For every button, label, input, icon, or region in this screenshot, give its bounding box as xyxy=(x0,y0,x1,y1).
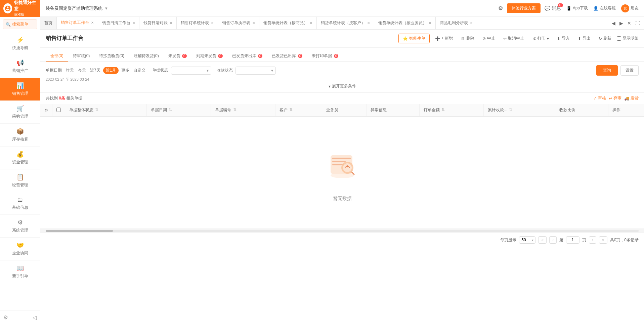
table-action-btns: ✓ 审核 ↩ 弃审 🚚 发货 xyxy=(593,95,639,101)
sub-tab-shipped-not-in[interactable]: 已发货未出库 0 xyxy=(227,51,267,62)
date-btn-more[interactable]: 更多 xyxy=(120,67,131,74)
tab-sales-stats[interactable]: 销售订单统计表 ✕ xyxy=(177,17,218,30)
show-detail-checkbox[interactable]: 显示明细 xyxy=(617,36,639,41)
show-detail-input[interactable] xyxy=(617,36,621,41)
sub-tab-wangpu[interactable]: 旺铺待发货(0) xyxy=(129,51,164,62)
th-status-sort[interactable]: ⇅ xyxy=(95,108,98,112)
tab-cash-reconcile-close[interactable]: ✕ xyxy=(170,21,172,25)
notification-button[interactable]: 💬 6 消息 xyxy=(545,5,561,11)
tabs-fullscreen[interactable]: ⛶ xyxy=(634,20,641,27)
prev-page-button[interactable]: ‹ xyxy=(549,236,557,244)
date-btn-today[interactable]: 今天 xyxy=(77,67,87,74)
sub-tab-not-shipped[interactable]: 未发货 0 xyxy=(164,51,191,62)
batch-ship-button[interactable]: 🚚 发货 xyxy=(624,95,639,101)
tab-cash-daily[interactable]: 钱货日清工作台 ✕ xyxy=(98,17,139,30)
batch-review-button[interactable]: ✓ 审核 xyxy=(593,95,606,101)
tab-sales-stats-employee[interactable]: 销货单统计表（按业务员） ✕ xyxy=(374,17,436,30)
sub-tab-not-printed[interactable]: 未打印单据 0 xyxy=(307,51,343,62)
set-button[interactable]: 设置 xyxy=(620,65,639,76)
date-btn-yesterday[interactable]: 昨天 xyxy=(65,67,75,74)
tab-product-margin-close[interactable]: ✕ xyxy=(470,21,473,25)
sidebar-item-finance[interactable]: 💰 资金管理 xyxy=(0,147,40,169)
sub-tab-expired-not-shipped[interactable]: 到期未发货 0 xyxy=(191,51,227,62)
tab-sales-stats-customer-close[interactable]: ✕ xyxy=(367,21,370,25)
th-amount-sort[interactable]: ⇅ xyxy=(441,108,445,112)
app-download-button[interactable]: 📱 App下载 xyxy=(566,5,588,11)
tabs-close-current[interactable]: ✕ xyxy=(626,20,633,27)
refresh-button[interactable]: ↻ 刷新 xyxy=(596,34,614,43)
sidebar-item-system[interactable]: ⚙ 系统管理 xyxy=(0,215,40,238)
sidebar-item-enterprise[interactable]: 🤝 企业协同 xyxy=(0,238,40,260)
th-customer-sort[interactable]: ⇅ xyxy=(289,108,293,112)
tab-sales-stats-close[interactable]: ✕ xyxy=(211,21,214,25)
date-btn-custom[interactable]: 自定义 xyxy=(132,67,147,74)
sidebar-item-basic-info[interactable]: 🗂 基础信息 xyxy=(0,192,40,215)
delete-button[interactable]: 🗑 删除 xyxy=(458,34,477,43)
filter-status-select[interactable] xyxy=(171,67,211,75)
sidebar-item-sales[interactable]: 📊 销售管理 xyxy=(0,78,40,101)
tab-sales-stats-product-close[interactable]: ✕ xyxy=(310,21,312,25)
logo-icon xyxy=(3,3,12,13)
page-actions: ⭐ 智能生单 ➕ + 新增 🗑 删除 ⊘ 中止 xyxy=(398,34,639,43)
settings-bottom-button[interactable]: ⚙ xyxy=(3,314,8,321)
tab-sales-order[interactable]: 销售订单工作台 ✕ xyxy=(57,17,98,30)
date-btn-1month[interactable]: 近1月 xyxy=(103,67,119,74)
collapse-sidebar-button[interactable]: ◁ xyxy=(33,314,37,321)
select-all-checkbox[interactable] xyxy=(56,108,61,112)
sidebar-item-operations[interactable]: 📋 经营管理 xyxy=(0,169,40,192)
tab-sales-exec[interactable]: 销售订单执行表 ✕ xyxy=(218,17,259,30)
scrollbar-thumb[interactable] xyxy=(46,230,113,232)
tab-sales-exec-close[interactable]: ✕ xyxy=(252,21,255,25)
tab-sales-stats-employee-close[interactable]: ✕ xyxy=(429,21,431,25)
online-service-button[interactable]: 👤 在线客服 xyxy=(593,5,616,11)
sub-tab-all[interactable]: 全部(0) xyxy=(46,51,68,62)
tab-sales-stats-customer[interactable]: 销货单统计表（按客户） ✕ xyxy=(317,17,374,30)
next-page-button[interactable]: › xyxy=(589,236,596,244)
sidebar-item-quick-nav[interactable]: ⚡ 快捷导航 xyxy=(0,32,40,55)
trial-button[interactable]: 体验行业方案 xyxy=(507,3,541,13)
date-btn-7days[interactable]: 近7天 xyxy=(89,67,102,74)
export-button[interactable]: ⬆ 导出 xyxy=(575,34,593,43)
review-label: 审核 xyxy=(598,95,606,101)
add-button[interactable]: ➕ + 新增 xyxy=(432,34,456,43)
page-size-select[interactable]: 10 20 50 100 xyxy=(519,236,535,244)
tabs-scroll-left[interactable]: ◀ xyxy=(610,20,617,27)
last-page-button[interactable]: » xyxy=(599,236,607,244)
first-page-button[interactable]: « xyxy=(538,236,547,244)
import-button[interactable]: ⬇ 导入 xyxy=(554,34,572,43)
sub-tab-shipped-out[interactable]: 已发货已出库 0 xyxy=(267,51,307,62)
sidebar-item-inventory[interactable]: 📦 库存核算 xyxy=(0,124,40,147)
th-ratio-label: 收款比例 xyxy=(559,108,575,112)
settings-button[interactable]: ⚙ xyxy=(498,5,503,11)
sidebar-item-marketing[interactable]: 📢 营销推广 xyxy=(0,55,40,78)
batch-revoke-button[interactable]: ↩ 弃审 xyxy=(609,95,621,101)
th-number-sort[interactable]: ⇅ xyxy=(233,108,237,112)
tab-home[interactable]: 首页 xyxy=(40,17,57,30)
user-menu-button[interactable]: 友 用友 xyxy=(621,4,639,12)
print-button[interactable]: 🖨 打印 ▾ xyxy=(529,34,552,43)
smart-create-button[interactable]: ⭐ 智能生单 xyxy=(398,34,430,43)
tab-sales-order-close[interactable]: ✕ xyxy=(91,21,94,25)
column-settings-icon[interactable]: ⚙ xyxy=(44,108,48,113)
sub-tab-pending-inspection[interactable]: 待拣货验货(0) xyxy=(94,51,129,62)
filter-payment-select[interactable] xyxy=(235,67,276,75)
th-collected-sort[interactable]: ⇅ xyxy=(509,108,512,112)
search-menu-button[interactable]: 🔍 搜索菜单 xyxy=(3,19,37,29)
tab-sales-stats-product[interactable]: 销货单统计表（按商品） ✕ xyxy=(259,17,317,30)
tab-cash-daily-close[interactable]: ✕ xyxy=(132,21,135,25)
expand-filter-button[interactable]: ▾ 展开更多条件 xyxy=(329,83,356,89)
stop-button[interactable]: ⊘ 中止 xyxy=(480,34,498,43)
sidebar-item-guide[interactable]: 📖 新手引导 xyxy=(0,260,40,283)
th-date-sort[interactable]: ⇅ xyxy=(169,108,172,112)
cancel-stop-button[interactable]: ↩ 取消中止 xyxy=(501,34,527,43)
smart-create-label: 智能生单 xyxy=(409,36,425,41)
page-input[interactable] xyxy=(566,236,579,244)
query-button[interactable]: 查询 xyxy=(596,65,618,76)
tabs-scroll-right[interactable]: ▶ xyxy=(618,20,625,27)
sidebar-item-purchase[interactable]: 🛒 采购管理 xyxy=(0,101,40,124)
sub-tab-pending-review[interactable]: 待审核(0) xyxy=(68,51,95,62)
system-icon: ⚙ xyxy=(17,219,23,226)
tab-product-margin[interactable]: 商品毛利分析表 ✕ xyxy=(436,17,477,30)
tab-cash-reconcile[interactable]: 钱货日清对账 ✕ xyxy=(139,17,177,30)
sub-tab-all-label: 全部(0) xyxy=(50,53,63,58)
